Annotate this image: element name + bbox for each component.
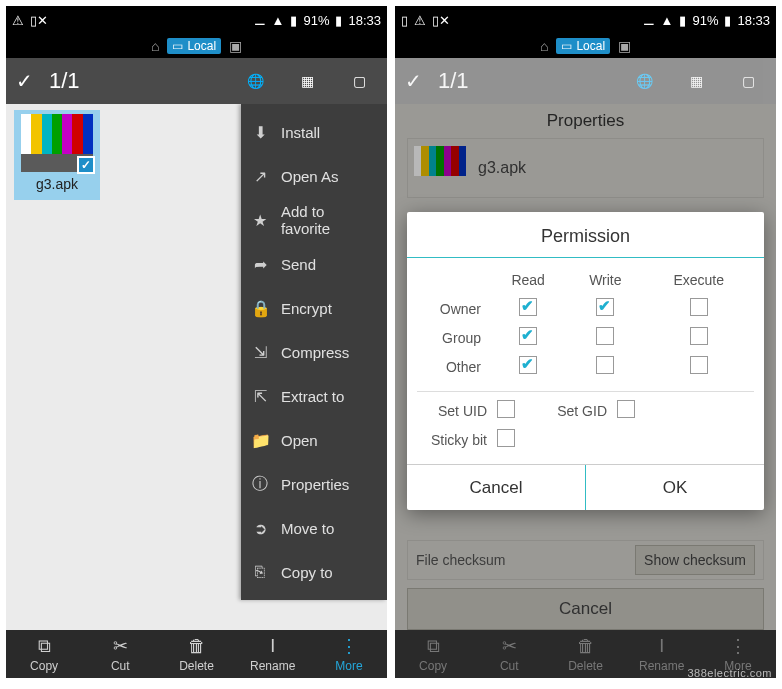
home-icon: ⌂ <box>540 38 548 54</box>
col-write: Write <box>567 266 643 294</box>
bottom-cut[interactable]: ✂Cut <box>82 630 158 678</box>
tab-strip: ⌂ ▭Local ▣ <box>395 34 776 58</box>
status-bar: ▯ ⚠ ▯✕ ⚊ ▲ ▮ 91% ▮ 18:33 <box>395 6 776 34</box>
trash-icon: 🗑 <box>577 636 595 657</box>
cb-other-write[interactable] <box>596 356 614 374</box>
multi-window-icon[interactable]: ▣ <box>229 38 242 54</box>
tab-local: ▭Local <box>556 38 610 54</box>
bluetooth-icon: ⚊ <box>643 13 655 28</box>
bottom-delete: 🗑Delete <box>547 630 623 678</box>
tab-strip: ⌂ ▭Local ▣ <box>6 34 387 58</box>
copyto-icon: ⎘ <box>251 563 269 581</box>
net-icon: 🌐 <box>626 63 662 99</box>
file-grid: ✓ g3.apk ⬇Install ↗Open As ★Add to favor… <box>6 104 387 630</box>
file-name: g3.apk <box>18 176 96 192</box>
permission-title: Permission <box>407 212 764 258</box>
selection-toolbar: ✓ 1/1 🌐 ▦ ▢ <box>6 58 387 104</box>
battery-icon: ▮ <box>335 13 342 28</box>
checkmark-icon: ✓ <box>77 156 95 174</box>
more-icon: ⋮ <box>340 635 358 657</box>
compress-icon: ⇲ <box>251 343 269 362</box>
qr-icon[interactable]: ▦ <box>289 63 325 99</box>
menu-open[interactable]: 📁Open <box>241 418 387 462</box>
folder-icon: 📁 <box>251 431 269 450</box>
cb-set-uid[interactable] <box>497 400 515 418</box>
cb-set-gid[interactable] <box>617 400 635 418</box>
menu-move-to[interactable]: ➲Move to <box>241 506 387 550</box>
file-tile[interactable]: ✓ g3.apk <box>14 110 100 200</box>
menu-send[interactable]: ➦Send <box>241 242 387 286</box>
permission-cancel-button[interactable]: Cancel <box>407 465 586 510</box>
col-read: Read <box>489 266 567 294</box>
menu-add-favorite[interactable]: ★Add to favorite <box>241 198 387 242</box>
cb-group-read[interactable] <box>519 327 537 345</box>
select-box-icon: ▢ <box>730 63 766 99</box>
tab-local[interactable]: ▭Local <box>167 38 221 54</box>
cb-sticky-bit[interactable] <box>497 429 515 447</box>
done-icon[interactable]: ✓ <box>16 69 33 93</box>
sim-no-icon: ▯✕ <box>432 13 450 28</box>
menu-extract[interactable]: ⇱Extract to <box>241 374 387 418</box>
home-icon[interactable]: ⌂ <box>151 38 159 54</box>
selection-toolbar: ✓ 1/1 🌐 ▦ ▢ <box>395 58 776 104</box>
cb-group-write[interactable] <box>596 327 614 345</box>
qr-icon: ▦ <box>678 63 714 99</box>
bluetooth-icon: ⚊ <box>254 13 266 28</box>
bottom-more[interactable]: ⋮More <box>311 630 387 678</box>
cb-other-read[interactable] <box>519 356 537 374</box>
wifi-icon: ▲ <box>661 13 674 28</box>
cut-icon: ✂ <box>502 635 517 657</box>
wifi-icon: ▲ <box>272 13 285 28</box>
menu-properties[interactable]: ⓘProperties <box>241 462 387 506</box>
download-icon: ⬇ <box>251 123 269 142</box>
label-set-gid: Set GID <box>537 403 617 419</box>
menu-copy-to[interactable]: ⎘Copy to <box>241 550 387 594</box>
menu-install[interactable]: ⬇Install <box>241 110 387 154</box>
label-sticky-bit: Sticky bit <box>417 432 497 448</box>
trash-icon: 🗑 <box>188 636 206 657</box>
cb-owner-write[interactable] <box>596 298 614 316</box>
watermark: 388electric.com <box>687 667 772 679</box>
copy-icon: ⧉ <box>427 636 440 657</box>
lock-icon: 🔒 <box>251 299 269 318</box>
cut-icon: ✂ <box>113 635 128 657</box>
warning-icon: ⚠ <box>12 13 24 28</box>
status-bar: ⚠ ▯✕ ⚊ ▲ ▮ 91% ▮ 18:33 <box>6 6 387 34</box>
menu-open-as[interactable]: ↗Open As <box>241 154 387 198</box>
phone-file-manager-menu: ⚠ ▯✕ ⚊ ▲ ▮ 91% ▮ 18:33 ⌂ ▭Local ▣ ✓ 1/1 … <box>6 6 387 678</box>
battery-pct: 91% <box>303 13 329 28</box>
label-set-uid: Set UID <box>417 403 497 419</box>
moveto-icon: ➲ <box>251 519 269 538</box>
row-owner: Owner <box>417 294 489 323</box>
cb-other-exec[interactable] <box>690 356 708 374</box>
battery-icon: ▮ <box>724 13 731 28</box>
select-box-icon[interactable]: ▢ <box>341 63 377 99</box>
permission-ok-button[interactable]: OK <box>586 465 764 510</box>
net-icon[interactable]: 🌐 <box>237 63 273 99</box>
bottom-rename[interactable]: IRename <box>235 630 311 678</box>
bottom-delete[interactable]: 🗑Delete <box>158 630 234 678</box>
signal-icon: ▮ <box>679 13 686 28</box>
properties-screen: Properties g3.apk File checksum Show che… <box>395 104 776 630</box>
bottom-cut: ✂Cut <box>471 630 547 678</box>
menu-compress[interactable]: ⇲Compress <box>241 330 387 374</box>
cb-group-exec[interactable] <box>690 327 708 345</box>
star-icon: ★ <box>251 211 269 230</box>
warning-icon: ⚠ <box>414 13 426 28</box>
phone-permission-dialog: ▯ ⚠ ▯✕ ⚊ ▲ ▮ 91% ▮ 18:33 ⌂ ▭Local ▣ ✓ 1/… <box>395 6 776 678</box>
row-group: Group <box>417 323 489 352</box>
info-icon: ⓘ <box>251 474 269 495</box>
col-execute: Execute <box>643 266 754 294</box>
permission-grid: Read Write Execute Owner Group <box>417 266 754 381</box>
battery-pct: 91% <box>692 13 718 28</box>
openext-icon: ↗ <box>251 167 269 186</box>
menu-encrypt[interactable]: 🔒Encrypt <box>241 286 387 330</box>
cb-owner-exec[interactable] <box>690 298 708 316</box>
bottom-copy: ⧉Copy <box>395 630 471 678</box>
rename-icon: I <box>270 636 275 657</box>
permission-dialog: Permission Read Write Execute Owner <box>407 212 764 510</box>
cb-owner-read[interactable] <box>519 298 537 316</box>
bottom-copy[interactable]: ⧉Copy <box>6 630 82 678</box>
bottom-toolbar: ⧉Copy ✂Cut 🗑Delete IRename ⋮More <box>6 630 387 678</box>
done-icon: ✓ <box>405 69 422 93</box>
